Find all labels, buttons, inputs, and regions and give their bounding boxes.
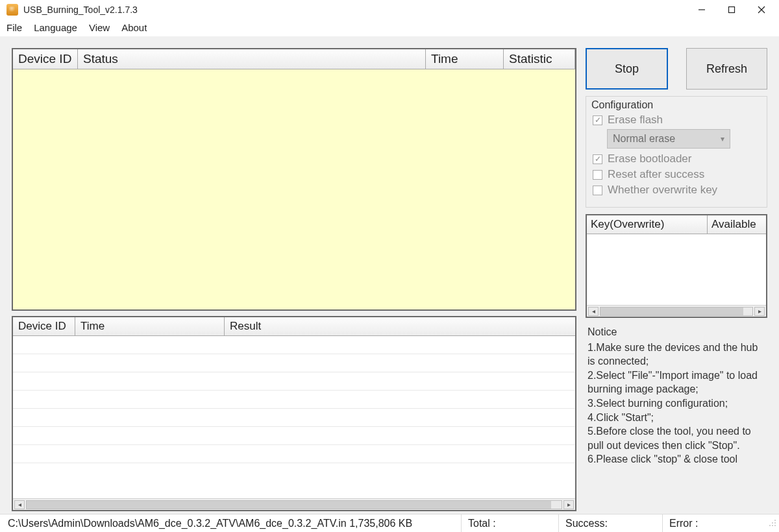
scroll-thumb[interactable] [600, 308, 743, 315]
status-success: Success: [558, 514, 662, 532]
app-window: USB_Burning_Tool_v2.1.7.3 File Language … [0, 0, 779, 532]
minimize-icon [698, 6, 706, 14]
notice-line: 1.Make sure the devices and the hub is c… [587, 341, 765, 369]
menu-view[interactable]: View [89, 22, 110, 33]
erase-flash-checkbox[interactable]: ✓ Erase flash [593, 114, 760, 127]
device-status-grid[interactable]: Device ID Status Time Statistic [12, 48, 576, 311]
col-time[interactable]: Time [426, 49, 504, 69]
status-path: C:\Users\Admin\Downloads\AM6_dce_0.3.2_A… [1, 514, 461, 532]
menu-bar: File Language View About [0, 19, 779, 36]
col-statistic[interactable]: Statistic [504, 49, 575, 69]
svg-point-6 [774, 522, 776, 524]
scroll-track[interactable] [26, 500, 562, 509]
scroll-right-icon[interactable]: ▸ [754, 307, 765, 316]
stop-button[interactable]: Stop [586, 48, 668, 90]
col-status[interactable]: Status [78, 49, 426, 69]
refresh-button[interactable]: Refresh [686, 48, 767, 90]
close-button[interactable] [747, 0, 776, 19]
status-error: Error : [662, 514, 766, 532]
notice-line: 5.Before close the tool, you need to pul… [587, 424, 765, 452]
status-total: Total : [461, 514, 558, 532]
notice-line: 6.Please click "stop" & close tool [587, 452, 765, 466]
scroll-track[interactable] [600, 307, 753, 316]
chevron-down-icon: ▾ [721, 134, 724, 143]
reset-after-success-checkbox[interactable]: Reset after success [593, 168, 760, 181]
resize-grip[interactable] [766, 519, 778, 528]
erase-bootloader-label: Erase bootloader [608, 152, 691, 165]
notice-line: 4.Click "Start"; [587, 411, 765, 425]
col-device-id[interactable]: Device ID [13, 49, 78, 69]
maximize-icon [728, 6, 736, 14]
col-key[interactable]: Key(Overwrite) [587, 215, 708, 234]
table-row [13, 409, 575, 427]
status-size: 1,735,806 KB [349, 518, 412, 529]
svg-point-4 [774, 520, 776, 521]
configuration-title: Configuration [591, 99, 760, 111]
scroll-left-icon[interactable]: ◂ [14, 500, 25, 509]
result-hscrollbar[interactable]: ◂ ▸ [13, 498, 575, 510]
notice-panel: Notice 1.Make sure the devices and the h… [586, 324, 767, 511]
title-bar[interactable]: USB_Burning_Tool_v2.1.7.3 [0, 0, 779, 19]
device-status-header: Device ID Status Time Statistic [13, 49, 575, 69]
right-pane: Stop Refresh Configuration ✓ Erase flash… [586, 48, 767, 511]
col-result-device-id[interactable]: Device ID [13, 317, 75, 335]
result-grid[interactable]: Device ID Time Result ◂ ▸ [12, 316, 576, 511]
table-row [13, 427, 575, 445]
svg-point-8 [772, 525, 773, 526]
checkbox-icon: ✓ [593, 154, 602, 164]
result-header: Device ID Time Result [13, 317, 575, 336]
checkbox-icon [593, 186, 602, 195]
table-row [13, 336, 575, 354]
erase-flash-label: Erase flash [608, 114, 663, 127]
configuration-group: Configuration ✓ Erase flash Normal erase… [586, 96, 767, 208]
app-icon [6, 4, 18, 16]
erase-mode-value: Normal erase [613, 133, 675, 145]
minimize-button[interactable] [687, 0, 717, 19]
svg-point-7 [769, 525, 771, 526]
table-row [13, 354, 575, 372]
menu-file[interactable]: File [6, 22, 22, 33]
table-row [13, 391, 575, 409]
col-result-time[interactable]: Time [75, 317, 225, 335]
scroll-right-icon[interactable]: ▸ [563, 500, 574, 509]
menu-about[interactable]: About [121, 22, 147, 33]
notice-line: 2.Select "File"-"Import image" to load b… [587, 369, 765, 396]
menu-language[interactable]: Language [34, 22, 77, 33]
status-bar: C:\Users\Admin\Downloads\AM6_dce_0.3.2_A… [0, 514, 779, 532]
result-body[interactable] [13, 336, 575, 498]
action-buttons: Stop Refresh [586, 48, 767, 90]
reset-after-success-label: Reset after success [608, 168, 704, 181]
resize-grip-icon [769, 519, 776, 527]
device-status-body[interactable] [13, 69, 575, 309]
table-row [13, 372, 575, 391]
close-icon [758, 6, 765, 14]
erase-bootloader-checkbox[interactable]: ✓ Erase bootloader [593, 152, 760, 165]
key-grid-header: Key(Overwrite) Available [587, 215, 766, 234]
col-available[interactable]: Available [708, 215, 766, 234]
scroll-left-icon[interactable]: ◂ [588, 307, 599, 316]
svg-rect-1 [729, 7, 735, 13]
window-title: USB_Burning_Tool_v2.1.7.3 [23, 5, 138, 15]
overwrite-key-label: Whether overwrite key [608, 184, 717, 197]
left-pane: Device ID Status Time Statistic Device I… [12, 48, 576, 511]
notice-title: Notice [587, 325, 765, 339]
overwrite-key-checkbox[interactable]: Whether overwrite key [593, 184, 760, 197]
key-hscrollbar[interactable]: ◂ ▸ [587, 305, 766, 317]
key-grid-body[interactable] [587, 234, 766, 305]
svg-point-9 [774, 525, 776, 526]
key-overwrite-grid[interactable]: Key(Overwrite) Available ◂ ▸ [586, 214, 767, 318]
checkbox-icon [593, 170, 602, 180]
notice-line: 3.Select burning configuration; [587, 396, 765, 411]
content-area: Device ID Status Time Statistic Device I… [0, 36, 779, 514]
table-row [13, 445, 575, 463]
col-result-result[interactable]: Result [225, 317, 575, 335]
svg-point-5 [772, 522, 773, 524]
scroll-thumb[interactable] [27, 501, 551, 509]
status-path-text: C:\Users\Admin\Downloads\AM6_dce_0.3.2_A… [8, 518, 347, 529]
checkbox-icon: ✓ [593, 115, 602, 125]
maximize-button[interactable] [717, 0, 747, 19]
erase-mode-dropdown[interactable]: Normal erase ▾ [607, 129, 730, 149]
